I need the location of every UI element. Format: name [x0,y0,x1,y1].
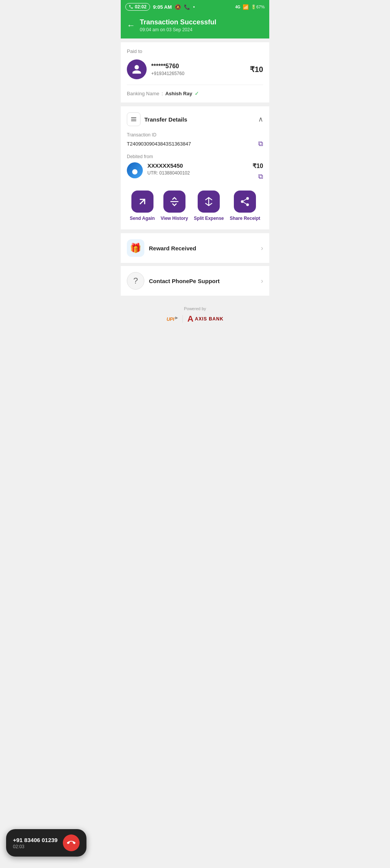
back-button[interactable]: ← [127,21,135,30]
sim-icon: 4G [235,5,240,9]
view-history-icon-wrap [163,191,185,213]
masked-account: ******5760 [151,63,184,70]
page-title: Transaction Successful [140,18,216,26]
view-history-label: View History [161,216,188,221]
debit-amount: ₹10 [253,162,263,170]
debited-from-label: Debited from [127,154,263,159]
dot-icon: • [193,4,195,10]
reward-icon: 🎁 [127,239,144,257]
call-timer: 02:02 [125,3,150,11]
support-icon: ? [127,272,144,290]
txn-id-label: Transaction ID [127,132,263,138]
signal-icon: 📶 [243,4,249,10]
status-time: 9:05 AM [153,4,172,10]
share-receipt-button[interactable]: Share Receipt [230,191,260,221]
mute-icon: 🔕 [175,4,181,10]
transaction-id: T24090309043843S1363847 [127,141,191,147]
transfer-details-card: Transfer Details ∧ Transaction ID T24090… [121,106,269,229]
bank-account-number: XXXXXX5450 [147,162,190,169]
reward-received-row[interactable]: 🎁 Reward Received › [121,233,269,263]
contact-support-row[interactable]: ? Contact PhonePe Support › [121,266,269,296]
paid-to-card: Paid to ******5760 +919341265760 ₹10 Ban… [121,42,269,102]
banking-name-label: Banking Name [127,91,159,96]
battery-icon: 🔋67% [251,5,265,10]
chevron-up-icon: ∧ [258,115,263,123]
transfer-details-title: Transfer Details [144,116,187,123]
transaction-amount: ₹10 [250,65,263,74]
send-again-button[interactable]: Send Again [130,191,155,221]
transaction-time: 09:04 am on 03 Sep 2024 [140,27,216,32]
svg-point-2 [241,200,244,203]
status-bar: 02:02 9:05 AM 🔕 📞 • 4G 📶 🔋67% [121,0,269,14]
svg-point-1 [246,203,249,206]
upi-logo: UPI ▶ [166,316,178,322]
svg-point-0 [246,197,249,200]
split-expense-icon-wrap [198,191,220,213]
utr-number: UTR: 013880400102 [147,170,190,176]
footer: Powered by UPI ▶ A AXIS BANK [121,299,269,335]
reward-received-title: Reward Received [149,245,196,251]
transfer-details-icon [127,112,141,126]
recipient-avatar [127,59,147,79]
actions-row: Send Again View History Split Expense [127,187,263,223]
call-icon: 📞 [184,4,190,10]
bank-icon [127,162,143,178]
paid-to-label: Paid to [127,48,263,54]
send-again-label: Send Again [130,216,155,221]
axis-bank-logo: A AXIS BANK [187,314,224,324]
copy-utr-button[interactable]: ⧉ [258,173,263,181]
support-chevron-icon: › [261,277,263,285]
copy-txn-id-button[interactable]: ⧉ [258,140,263,148]
verified-icon: ✓ [195,90,199,96]
contact-support-title: Contact PhonePe Support [149,278,220,284]
split-expense-label: Split Expense [194,216,224,221]
reward-chevron-icon: › [261,244,263,252]
view-history-button[interactable]: View History [161,191,188,221]
page-header: ← Transaction Successful 09:04 am on 03 … [121,14,269,38]
banking-name-value: Ashish Ray [165,91,192,96]
share-receipt-label: Share Receipt [230,216,260,221]
send-again-icon-wrap [131,191,153,213]
recipient-phone: +919341265760 [151,71,184,76]
powered-by-label: Powered by [127,306,263,311]
transfer-details-toggle[interactable]: Transfer Details ∧ [127,112,263,126]
split-expense-button[interactable]: Split Expense [194,191,224,221]
share-receipt-icon-wrap [234,191,256,213]
